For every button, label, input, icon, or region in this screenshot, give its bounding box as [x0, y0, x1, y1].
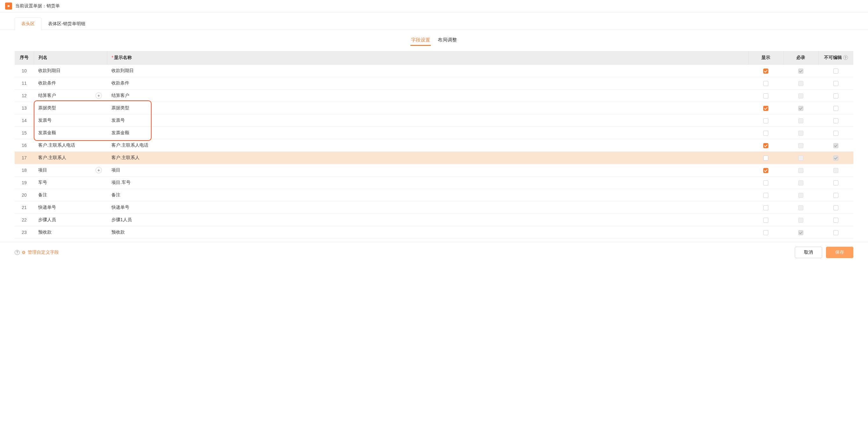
table-row[interactable]: 17客户.主联系人客户.主联系人: [14, 152, 854, 164]
table-row[interactable]: 22步骤人员步骤1人员: [14, 214, 854, 226]
required-cell: [783, 77, 818, 90]
table-row[interactable]: 10收款到期日收款到期日: [14, 65, 854, 77]
expand-toggle-button[interactable]: [5, 3, 12, 9]
row-display-name[interactable]: 收款到期日: [107, 65, 748, 77]
row-display-name[interactable]: 步骤1人员: [107, 214, 748, 226]
locked-cell: [818, 102, 854, 114]
visible-checkbox[interactable]: [763, 68, 768, 74]
required-cell: [783, 90, 818, 102]
row-display-name[interactable]: 快递单号: [107, 201, 748, 214]
row-index: 10: [14, 65, 34, 77]
required-checkbox: [798, 68, 803, 74]
row-display-name[interactable]: 客户.主联系人电话: [107, 139, 748, 152]
locked-checkbox[interactable]: [833, 118, 838, 123]
locked-cell: [818, 90, 854, 102]
locked-checkbox[interactable]: [833, 81, 838, 86]
table-row[interactable]: 23预收款预收款: [14, 226, 854, 239]
locked-checkbox[interactable]: [833, 193, 838, 198]
table-row[interactable]: 20备注备注: [14, 189, 854, 201]
visible-checkbox[interactable]: [763, 143, 768, 148]
row-display-name[interactable]: 项目: [107, 164, 748, 177]
locked-cell: [818, 189, 854, 201]
visible-checkbox[interactable]: [763, 93, 768, 98]
row-colname: 客户.主联系人电话: [34, 139, 107, 152]
table-row[interactable]: 14发票号发票号: [14, 114, 854, 127]
add-child-button[interactable]: [95, 167, 102, 173]
table-row[interactable]: 15发票金额发票金额: [14, 127, 854, 139]
visible-checkbox[interactable]: [763, 230, 768, 235]
row-display-name[interactable]: 发票金额: [107, 127, 748, 139]
locked-checkbox[interactable]: [833, 106, 838, 111]
table-row[interactable]: 11收款条件收款条件: [14, 77, 854, 90]
sub-tab-0[interactable]: 字段设置: [410, 35, 431, 46]
row-display-name[interactable]: 项目.车号: [107, 177, 748, 189]
sub-tab-1[interactable]: 布局调整: [437, 35, 458, 46]
row-index: 20: [14, 189, 34, 201]
row-display-name[interactable]: 票据类型: [107, 102, 748, 114]
visible-checkbox[interactable]: [763, 81, 768, 86]
locked-checkbox: [833, 168, 838, 173]
row-display-name[interactable]: 客户.主联系人: [107, 152, 748, 164]
manage-custom-fields-link[interactable]: 管理自定义字段: [28, 250, 59, 255]
required-cell: [783, 214, 818, 226]
visible-checkbox[interactable]: [763, 205, 768, 210]
cancel-button[interactable]: 取消: [795, 247, 822, 258]
tab-0[interactable]: 表头区: [14, 18, 41, 30]
visible-checkbox[interactable]: [763, 193, 768, 198]
locked-checkbox[interactable]: [833, 131, 838, 136]
row-index: 14: [14, 114, 34, 127]
visible-cell: [748, 102, 783, 114]
locked-checkbox[interactable]: [833, 218, 838, 223]
locked-checkbox[interactable]: [833, 68, 838, 74]
col-header-locked: 不可编辑?: [818, 51, 854, 65]
locked-checkbox[interactable]: [833, 230, 838, 235]
row-colname: 项目: [34, 164, 107, 177]
visible-checkbox[interactable]: [763, 168, 768, 173]
required-cell: [783, 102, 818, 114]
required-cell: [783, 127, 818, 139]
table-row[interactable]: 19车号项目.车号: [14, 177, 854, 189]
required-cell: [783, 139, 818, 152]
add-child-button[interactable]: [95, 92, 102, 99]
locked-checkbox[interactable]: [833, 205, 838, 210]
col-header-visible: 显示: [748, 51, 783, 65]
row-display-name[interactable]: 备注: [107, 189, 748, 201]
save-button[interactable]: 保存: [826, 247, 854, 258]
visible-checkbox[interactable]: [763, 155, 768, 161]
row-display-name[interactable]: 收款条件: [107, 77, 748, 90]
row-index: 11: [14, 77, 34, 90]
footer-left: ? ⚙ 管理自定义字段: [14, 250, 59, 255]
row-display-name[interactable]: 预收款: [107, 226, 748, 239]
visible-cell: [748, 77, 783, 90]
visible-checkbox[interactable]: [763, 218, 768, 223]
row-display-name[interactable]: 结算客户: [107, 90, 748, 102]
footer-right: 取消 保存: [795, 247, 854, 258]
help-icon[interactable]: ?: [843, 55, 848, 60]
required-cell: [783, 152, 818, 164]
row-index: 17: [14, 152, 34, 164]
row-display-name[interactable]: 发票号: [107, 114, 748, 127]
table-row[interactable]: 12结算客户结算客户: [14, 90, 854, 102]
tab-1[interactable]: 表体区-销货单明细: [41, 18, 92, 30]
row-colname: 客户.主联系人: [34, 152, 107, 164]
visible-checkbox[interactable]: [763, 106, 768, 111]
locked-checkbox[interactable]: [833, 180, 838, 185]
table-row[interactable]: 13票据类型票据类型: [14, 102, 854, 114]
visible-checkbox[interactable]: [763, 118, 768, 123]
required-checkbox: [798, 143, 803, 148]
table-row[interactable]: 18项目项目: [14, 164, 854, 177]
table-row[interactable]: 16客户.主联系人电话客户.主联系人电话: [14, 139, 854, 152]
required-cell: [783, 226, 818, 239]
required-checkbox: [798, 131, 803, 136]
locked-checkbox[interactable]: [833, 93, 838, 98]
row-index: 12: [14, 90, 34, 102]
visible-checkbox[interactable]: [763, 180, 768, 185]
required-checkbox: [798, 168, 803, 173]
required-checkbox: [798, 81, 803, 86]
page-title: 当前设置单据：销货单: [15, 3, 60, 9]
required-cell: [783, 177, 818, 189]
visible-checkbox[interactable]: [763, 131, 768, 136]
table-row[interactable]: 21快递单号快递单号: [14, 201, 854, 214]
help-icon[interactable]: ?: [14, 250, 20, 255]
locked-cell: [818, 164, 854, 177]
